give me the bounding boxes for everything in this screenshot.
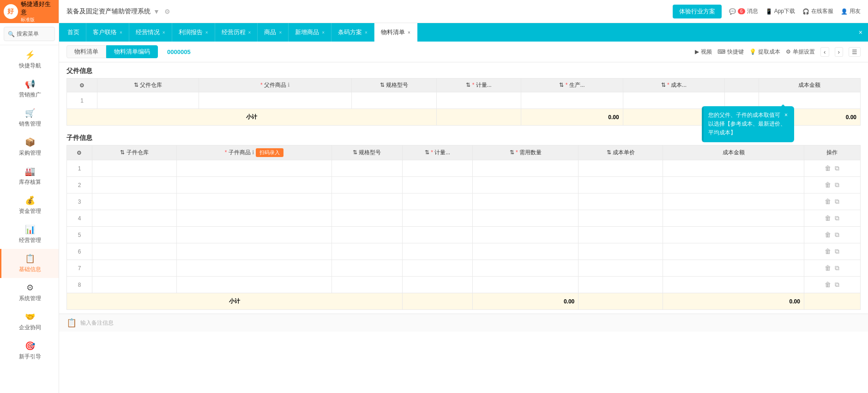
sub-tab-bom-list[interactable]: 物料清单 <box>66 45 106 58</box>
sidebar-item-basic-info[interactable]: 📋 基础信息 <box>0 249 59 278</box>
shortcut-button[interactable]: ⌨ 快捷键 <box>717 48 744 56</box>
messages-button[interactable]: 💬 6 消息 <box>729 7 758 15</box>
tab-goods-close[interactable]: × <box>279 30 282 35</box>
copy-icon[interactable]: ⧉ <box>835 181 839 189</box>
parent-row1-unit[interactable] <box>436 92 521 109</box>
tab-goods[interactable]: 商品 × <box>258 23 289 42</box>
next-record-button[interactable]: › <box>835 47 843 57</box>
sidebar-item-enterprise[interactable]: 🤝 企业协同 <box>0 307 59 336</box>
child-row6-unit[interactable] <box>402 243 473 260</box>
child-row1-unit-cost[interactable] <box>579 160 663 177</box>
single-settings-button[interactable]: ⚙ 单据设置 <box>786 48 815 56</box>
child-row8-unit[interactable] <box>402 277 473 293</box>
delete-icon[interactable]: 🗑 <box>825 181 831 189</box>
delete-icon[interactable]: 🗑 <box>825 281 831 289</box>
sidebar-item-operations[interactable]: 📊 经营管理 <box>0 220 59 249</box>
menu-button[interactable]: ☰ <box>849 47 861 57</box>
child-row3-unit[interactable] <box>402 193 473 210</box>
copy-icon[interactable]: ⧉ <box>835 198 839 206</box>
child-row3-unit-cost[interactable] <box>579 193 663 210</box>
child-row8-goods[interactable] <box>177 277 332 293</box>
copy-icon[interactable]: ⧉ <box>835 164 839 172</box>
sidebar-item-sales[interactable]: 🛒 销售管理 <box>0 103 59 133</box>
child-row6-warehouse[interactable] <box>92 243 176 260</box>
child-row4-unit-cost[interactable] <box>579 210 663 227</box>
tab-new-goods[interactable]: 新增商品 × <box>289 23 332 42</box>
delete-icon[interactable]: 🗑 <box>825 198 831 206</box>
child-row6-unit-cost[interactable] <box>579 243 663 260</box>
parent-row1-warehouse[interactable] <box>97 92 199 109</box>
sidebar-item-system[interactable]: ⚙ 系统管理 <box>0 278 59 307</box>
sidebar-item-quick-nav[interactable]: ⚡ 快捷导航 <box>0 45 59 74</box>
delete-icon[interactable]: 🗑 <box>825 214 831 222</box>
settings-icon[interactable]: ⚙ <box>164 8 170 15</box>
child-row2-unit[interactable] <box>402 177 473 193</box>
copy-icon[interactable]: ⧉ <box>835 231 839 239</box>
copy-icon[interactable]: ⧉ <box>835 214 839 222</box>
tab-customers[interactable]: 客户联络 × <box>86 23 129 42</box>
copy-icon[interactable]: ⧉ <box>835 264 839 272</box>
sub-tab-bom-edit[interactable]: 物料清单编码 <box>106 45 158 58</box>
child-row3-warehouse[interactable] <box>92 193 176 210</box>
tab-profit-close[interactable]: × <box>205 30 208 35</box>
delete-icon[interactable]: 🗑 <box>825 231 831 239</box>
tab-bom-close[interactable]: × <box>408 30 410 35</box>
child-row5-unit-cost[interactable] <box>579 227 663 243</box>
child-row4-quantity[interactable] <box>473 210 579 227</box>
child-row5-warehouse[interactable] <box>92 227 176 243</box>
parent-row1-production[interactable] <box>521 92 623 109</box>
child-row1-warehouse[interactable] <box>92 160 176 177</box>
prev-record-button[interactable]: ‹ <box>820 47 829 57</box>
copy-icon[interactable]: ⧉ <box>835 281 839 289</box>
sidebar-item-purchase[interactable]: 📦 采购管理 <box>0 133 59 162</box>
user-button[interactable]: 👤 用友 <box>841 7 861 15</box>
child-row5-goods[interactable] <box>177 227 332 243</box>
tab-barcode[interactable]: 条码方案 × <box>332 23 374 42</box>
trial-button[interactable]: 体验行业方案 <box>673 5 722 18</box>
search-menu-button[interactable]: 🔍 搜索菜单 <box>4 27 55 41</box>
parent-col-settings[interactable]: ⚙ <box>67 79 97 92</box>
parent-row1-spec[interactable] <box>352 92 437 109</box>
online-service-button[interactable]: 🎧 在线客服 <box>802 7 833 15</box>
child-row6-quantity[interactable] <box>473 243 579 260</box>
child-row1-goods[interactable] <box>177 160 332 177</box>
child-row8-quantity[interactable] <box>473 277 579 293</box>
delete-icon[interactable]: 🗑 <box>825 264 831 272</box>
tab-new-goods-close[interactable]: × <box>322 30 325 35</box>
extract-cost-button[interactable]: 💡 提取成本 <box>749 48 780 56</box>
child-row7-warehouse[interactable] <box>92 260 176 277</box>
close-all-tabs-button[interactable]: × <box>855 29 866 36</box>
view-video-button[interactable]: ▶ 视频 <box>695 48 712 56</box>
child-row2-warehouse[interactable] <box>92 177 176 193</box>
tooltip-close-button[interactable]: × <box>784 111 788 120</box>
delete-icon[interactable]: 🗑 <box>825 248 831 255</box>
child-row1-spec[interactable] <box>332 160 403 177</box>
child-row2-goods[interactable] <box>177 177 332 193</box>
scan-input-button[interactable]: 扫码录入 <box>256 148 283 157</box>
child-row7-unit[interactable] <box>402 260 473 277</box>
tab-bom[interactable]: 物料清单 × <box>374 23 417 42</box>
sidebar-item-marketing[interactable]: 📢 营销推广 <box>0 74 59 103</box>
child-row7-goods[interactable] <box>177 260 332 277</box>
delete-icon[interactable]: 🗑 <box>825 164 831 172</box>
tab-home[interactable]: 首页 <box>61 23 86 42</box>
dropdown-icon[interactable]: ▼ <box>153 8 160 15</box>
child-row6-goods[interactable] <box>177 243 332 260</box>
child-row4-goods[interactable] <box>177 210 332 227</box>
child-row4-warehouse[interactable] <box>92 210 176 227</box>
child-row2-quantity[interactable] <box>473 177 579 193</box>
child-row1-unit[interactable] <box>402 160 473 177</box>
parent-row1-goods[interactable] <box>199 92 352 109</box>
copy-icon[interactable]: ⧉ <box>835 248 839 255</box>
child-row3-goods[interactable] <box>177 193 332 210</box>
child-row3-quantity[interactable] <box>473 193 579 210</box>
child-row8-unit-cost[interactable] <box>579 277 663 293</box>
tab-operations[interactable]: 经营情况 × <box>129 23 172 42</box>
app-download-button[interactable]: 📱 App下载 <box>766 7 795 15</box>
sidebar-item-inventory[interactable]: 🏭 库存核算 <box>0 162 59 191</box>
child-row8-warehouse[interactable] <box>92 277 176 293</box>
child-row2-unit-cost[interactable] <box>579 177 663 193</box>
child-row7-unit-cost[interactable] <box>579 260 663 277</box>
tab-customers-close[interactable]: × <box>120 30 122 35</box>
child-row5-unit[interactable] <box>402 227 473 243</box>
